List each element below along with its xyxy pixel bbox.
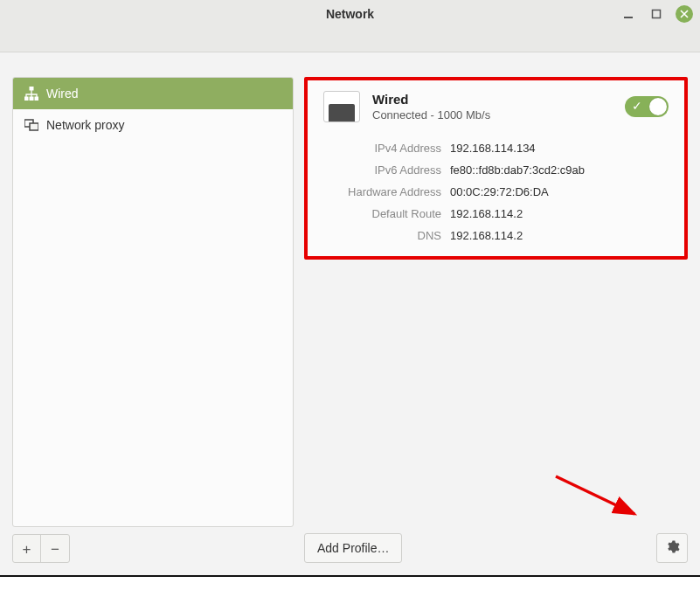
dns-label: DNS xyxy=(323,229,441,242)
ethernet-icon xyxy=(323,91,360,122)
wired-icon xyxy=(24,87,39,101)
minimize-button[interactable] xyxy=(620,5,637,23)
close-button[interactable] xyxy=(676,5,693,23)
svg-rect-1 xyxy=(653,10,661,18)
connection-details: IPv4 Address 192.168.114.134 IPv6 Addres… xyxy=(323,142,669,242)
window-title: Network xyxy=(326,7,374,21)
ipv6-label: IPv6 Address xyxy=(323,163,441,177)
ipv6-value: fe80::fd8b:dab7:3cd2:c9ab xyxy=(450,163,669,177)
hw-label: Hardware Address xyxy=(323,185,441,198)
connection-toggle[interactable]: ✓ xyxy=(625,96,669,117)
sidebar-item-label: Network proxy xyxy=(46,118,124,132)
add-profile-button[interactable]: Add Profile… xyxy=(304,533,402,563)
connection-panel-highlight: Wired Connected - 1000 Mb/s ✓ IPv4 Addre… xyxy=(304,77,688,260)
remove-connection-button[interactable]: − xyxy=(41,535,69,563)
svg-rect-4 xyxy=(30,97,33,101)
svg-rect-2 xyxy=(30,87,33,90)
gear-icon xyxy=(665,539,680,557)
svg-rect-5 xyxy=(35,97,38,101)
svg-rect-7 xyxy=(30,123,38,130)
ipv4-label: IPv4 Address xyxy=(323,142,441,155)
add-connection-button[interactable]: + xyxy=(13,535,41,563)
sidebar-item-network-proxy[interactable]: Network proxy xyxy=(13,109,293,141)
svg-rect-3 xyxy=(24,97,28,101)
window-controls xyxy=(620,5,693,23)
maximize-button[interactable] xyxy=(648,5,665,23)
sidebar-item-wired[interactable]: Wired xyxy=(13,78,293,109)
check-icon: ✓ xyxy=(632,99,642,113)
sidebar: Wired Network proxy xyxy=(12,77,294,527)
connection-status: Connected - 1000 Mb/s xyxy=(372,108,490,121)
ipv4-value: 192.168.114.134 xyxy=(450,142,669,155)
connection-title: Wired xyxy=(372,92,490,107)
svg-line-8 xyxy=(556,476,634,514)
route-value: 192.168.114.2 xyxy=(450,207,669,220)
dns-value: 192.168.114.2 xyxy=(450,229,669,242)
annotation-arrow-icon xyxy=(551,472,648,524)
sidebar-tools: + − xyxy=(12,534,70,563)
route-label: Default Route xyxy=(323,207,441,220)
sidebar-item-label: Wired xyxy=(46,87,79,101)
titlebar: Network xyxy=(0,0,700,52)
proxy-icon xyxy=(24,118,39,132)
hw-value: 00:0C:29:72:D6:DA xyxy=(450,185,669,198)
svg-rect-0 xyxy=(624,17,633,18)
settings-button[interactable] xyxy=(656,533,688,563)
